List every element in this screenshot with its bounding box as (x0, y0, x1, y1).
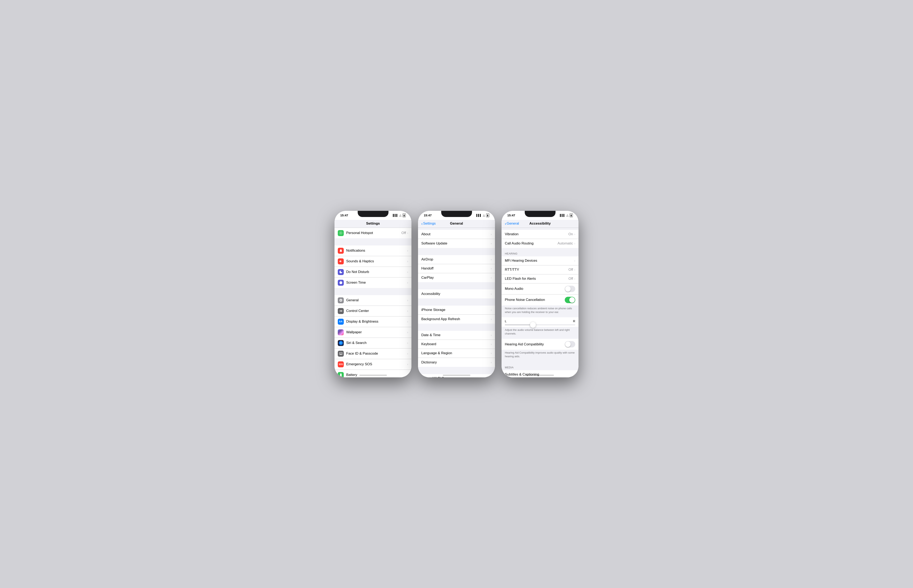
mono-toggle[interactable] (565, 286, 575, 292)
hearing-aid-footer: Hearing Aid Compatibility improves audio… (502, 350, 578, 362)
iphone-storage-item[interactable]: iPhone Storage › (418, 305, 495, 315)
hearing-aid-item[interactable]: Hearing Aid Compatibility (502, 339, 578, 350)
datetime-item[interactable]: Date & Time › (418, 331, 495, 340)
dictionary-label: Dictionary (421, 360, 490, 365)
notch-3 (525, 211, 555, 217)
settings-partial-group: Personal Hotspot Off › (335, 228, 411, 238)
sos-chevron: › (407, 363, 408, 366)
slider-fill (505, 325, 533, 325)
phone-accessibility: 15:47 ▌▌▌ △ ▮ ‹ General Accessibility (502, 211, 578, 377)
battery-chevron: › (407, 373, 408, 376)
dnd-item[interactable]: Do Not Disturb › (335, 267, 411, 278)
vibration-item[interactable]: Vibration On › (502, 230, 578, 239)
screentime-icon (338, 280, 344, 286)
audio-balance-slider[interactable]: L R (502, 317, 578, 327)
slider-track[interactable] (505, 325, 575, 325)
handoff-item[interactable]: Handoff › (418, 264, 495, 273)
phone-settings: 15:47 ▌▌▌ △ ▮ Settings Pe (335, 211, 411, 377)
general-back-button[interactable]: ‹ Settings (421, 221, 435, 226)
led-value: Off (568, 277, 573, 281)
gen-gap-4 (418, 324, 495, 331)
control-center-item[interactable]: Control Center › (335, 306, 411, 317)
language-region-chevron: › (490, 352, 492, 355)
wallpaper-chevron: › (407, 331, 408, 334)
general-label: General (346, 298, 407, 302)
wallpaper-item[interactable]: Wallpaper › (335, 327, 411, 338)
settings-scroll[interactable]: Personal Hotspot Off › Notifications › (335, 228, 411, 377)
sounds-chevron: › (407, 260, 408, 263)
general-section-4: iPhone Storage › Background App Refresh … (418, 305, 495, 324)
home-indicator-2 (443, 375, 470, 376)
airdrop-label: AirDrop (421, 257, 490, 262)
general-section-1: About › Software Update › (418, 230, 495, 248)
subtitles-item[interactable]: Subtitles & Captioning › (502, 370, 578, 377)
datetime-label: Date & Time (421, 333, 490, 337)
hearing-aid-toggle-thumb (565, 341, 571, 347)
sounds-icon (338, 258, 344, 264)
slider-label-left: L (505, 319, 507, 323)
display-brightness-item[interactable]: AA Display & Brightness › (335, 317, 411, 327)
battery-item[interactable]: Battery › (335, 370, 411, 377)
controlcenter-chevron: › (407, 309, 408, 313)
slider-thumb[interactable] (530, 322, 536, 328)
call-audio-item[interactable]: Call Audio Routing Automatic › (502, 239, 578, 248)
vibration-label: Vibration (505, 232, 568, 236)
keyboard-label: Keyboard (421, 342, 490, 346)
noise-toggle[interactable] (565, 297, 575, 303)
dictionary-item[interactable]: Dictionary › (418, 358, 495, 367)
siri-item[interactable]: Siri & Search › (335, 338, 411, 349)
accessibility-scroll[interactable]: Vibration On › Call Audio Routing Automa… (502, 228, 578, 377)
led-flash-item[interactable]: LED Flash for Alerts Off › (502, 275, 578, 283)
about-item[interactable]: About › (418, 230, 495, 239)
media-section: Subtitles & Captioning › Audio Descripti… (502, 370, 578, 377)
personal-hotspot-item[interactable]: Personal Hotspot Off › (335, 228, 411, 238)
home-indicator-3 (526, 375, 554, 376)
back-arrow-icon: ‹ (421, 221, 423, 226)
battery-icon: ▮ (403, 213, 406, 217)
keyboard-item[interactable]: Keyboard › (418, 340, 495, 349)
screentime-item[interactable]: Screen Time › (335, 278, 411, 288)
call-audio-label: Call Audio Routing (505, 241, 558, 246)
display-label: Display & Brightness (346, 320, 407, 324)
wallpaper-icon (338, 330, 344, 335)
acc-section-1: Vibration On › Call Audio Routing Automa… (502, 230, 578, 248)
sos-item[interactable]: SOS Emergency SOS › (335, 359, 411, 370)
phone-noise-item[interactable]: Phone Noise Cancellation (502, 294, 578, 305)
notifications-icon (338, 248, 344, 254)
airdrop-chevron: › (490, 258, 492, 261)
background-refresh-item[interactable]: Background App Refresh › (418, 315, 495, 324)
slider-group: L R (502, 317, 578, 327)
status-icons: ▌▌▌ △ ▮ (393, 213, 406, 217)
rtt-tty-item[interactable]: RTT/TTY Off › (502, 265, 578, 275)
rtt-chevron: › (574, 268, 575, 271)
mfi-hearing-item[interactable]: MFi Hearing Devices › (502, 256, 578, 265)
general-nav-bar: ‹ Settings General (418, 220, 495, 228)
accessibility-item[interactable]: Accessibility › (418, 289, 495, 299)
signal-icon-3: ▌▌▌ (560, 214, 565, 217)
notifications-label: Notifications (346, 249, 407, 253)
hearing-aid-toggle[interactable] (565, 341, 575, 347)
faceid-item[interactable]: Face ID & Passcode › (335, 349, 411, 359)
dnd-label: Do Not Disturb (346, 270, 407, 274)
back-label: Settings (423, 221, 435, 226)
accessibility-back-button[interactable]: ‹ General (505, 221, 519, 226)
sos-icon: SOS (338, 361, 344, 367)
phone-noise-label: Phone Noise Cancellation (505, 298, 565, 302)
background-refresh-label: Background App Refresh (421, 317, 490, 321)
settings-section-2: General › Control Center › AA (335, 295, 411, 377)
settings-section-1: Notifications › Sounds & Haptics › (335, 246, 411, 288)
battery-icon-2: ▮ (486, 213, 489, 217)
sounds-item[interactable]: Sounds & Haptics › (335, 256, 411, 267)
noise-footer: Noise cancellation reduces ambient noise… (502, 305, 578, 317)
general-item[interactable]: General › (335, 295, 411, 306)
notifications-item[interactable]: Notifications › (335, 246, 411, 256)
carplay-item[interactable]: CarPlay › (418, 273, 495, 282)
software-update-item[interactable]: Software Update › (418, 239, 495, 248)
status-time: 15:47 (340, 213, 348, 217)
language-region-label: Language & Region (421, 351, 490, 355)
mono-audio-item[interactable]: Mono Audio (502, 283, 578, 294)
airdrop-item[interactable]: AirDrop › (418, 255, 495, 264)
language-region-item[interactable]: Language & Region › (418, 349, 495, 358)
general-scroll[interactable]: About › Software Update › AirDrop › (418, 228, 495, 377)
carplay-label: CarPlay (421, 276, 490, 280)
